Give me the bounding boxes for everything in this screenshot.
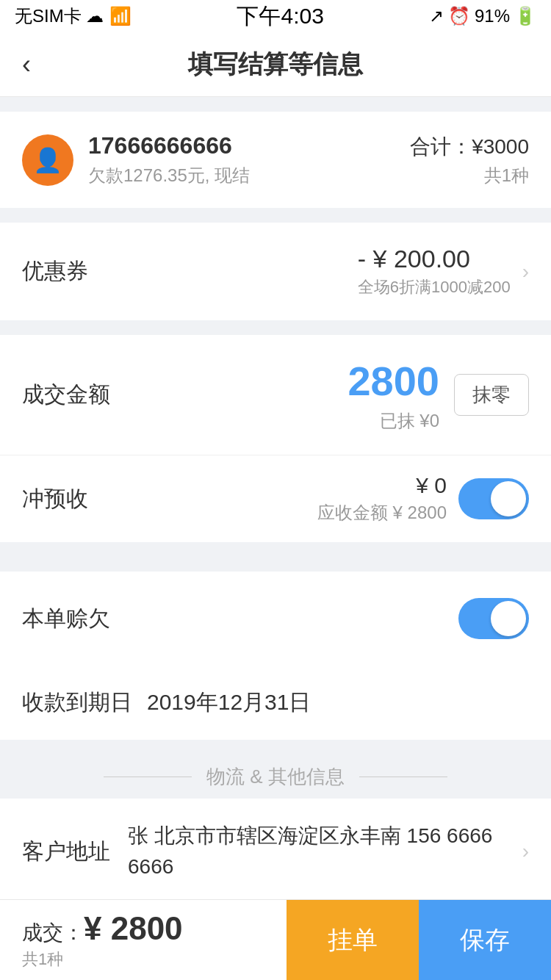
debt-toggle-thumb [491, 601, 526, 636]
deal-amount-label: 成交金额 [22, 380, 110, 410]
avatar: 👤 [22, 134, 73, 186]
divider-1 [0, 320, 551, 335]
save-button[interactable]: 保存 [419, 900, 551, 981]
toggle-thumb [491, 481, 526, 516]
signal-text: 无SIM卡 ☁ [15, 4, 104, 28]
debt-label: 本单赊欠 [22, 604, 110, 634]
location-icon: ↗ [429, 6, 444, 26]
status-left: 无SIM卡 ☁ 📶 [15, 4, 132, 28]
deal-amount-info: 2800 已抹 ¥0 [347, 357, 439, 433]
bottom-deal-label: 成交： [22, 921, 84, 944]
deal-amount-right: 2800 已抹 ¥0 抹零 [347, 357, 529, 433]
bottom-amount: ¥ 2800 [84, 910, 183, 946]
back-button[interactable]: ‹ [22, 49, 31, 80]
bottom-bar: 成交：¥ 2800 共1种 挂单 保存 [0, 899, 551, 980]
prepay-sub: 应收金额 ¥ 2800 [317, 501, 447, 525]
logistics-divider: 物流 & 其他信息 [0, 754, 551, 799]
address-row[interactable]: 客户地址 张 北京市市辖区海淀区永丰南 156 6666 6666 › [0, 799, 551, 904]
battery-icon: 🔋 [514, 6, 536, 26]
total-amount: ¥3000 [472, 135, 529, 158]
prepay-right: ¥ 0 应收金额 ¥ 2800 [317, 473, 529, 525]
customer-left: 👤 17666666666 欠款1276.35元, 现结 [22, 132, 250, 187]
prepay-row: 冲预收 ¥ 0 应收金额 ¥ 2800 [0, 455, 551, 542]
logistics-label: 物流 & 其他信息 [104, 764, 447, 790]
customer-card: 👤 17666666666 欠款1276.35元, 现结 合计：¥3000 共1… [0, 112, 551, 208]
bottom-count: 共1种 [22, 948, 264, 970]
customer-phone: 17666666666 [88, 132, 250, 159]
coupon-info: - ¥ 200.00 全场6折满1000减200 [358, 245, 511, 298]
deal-section: 成交金额 2800 已抹 ¥0 抹零 冲预收 ¥ 0 应收金额 ¥ 2800 [0, 335, 551, 542]
coupon-right: - ¥ 200.00 全场6折满1000减200 › [358, 245, 529, 298]
deal-amount-sub: 已抹 ¥0 [347, 409, 439, 433]
total-label: 合计： [410, 135, 472, 158]
deal-amount-row: 成交金额 2800 已抹 ¥0 抹零 [0, 335, 551, 455]
total-count: 共1种 [410, 164, 529, 187]
address-section: 客户地址 张 北京市市辖区海淀区永丰南 156 6666 6666 › [0, 799, 551, 904]
coupon-row[interactable]: 优惠券 - ¥ 200.00 全场6折满1000减200 › [0, 223, 551, 320]
wifi-icon: 📶 [109, 6, 132, 26]
customer-right: 合计：¥3000 共1种 [410, 133, 529, 187]
prepay-info: ¥ 0 应收金额 ¥ 2800 [317, 473, 447, 525]
prepay-toggle[interactable] [458, 478, 529, 519]
round-button[interactable]: 抹零 [454, 374, 529, 416]
chevron-right-icon: › [522, 260, 529, 284]
customer-sub: 欠款1276.35元, 现结 [88, 164, 250, 187]
deal-amount-value: 2800 [347, 357, 439, 405]
divider-2 [0, 542, 551, 557]
status-right: ↗ ⏰ 91% 🔋 [429, 6, 536, 26]
nav-bar: ‹ 填写结算等信息 [0, 32, 551, 97]
alarm-icon: ⏰ [448, 6, 470, 26]
prepay-amount: ¥ 0 [317, 473, 447, 498]
date-row: 收款到期日 2019年12月31日 [0, 666, 551, 740]
hold-button[interactable]: 挂单 [287, 900, 419, 981]
coupon-desc: 全场6折满1000减200 [358, 276, 511, 298]
coupon-section: 优惠券 - ¥ 200.00 全场6折满1000减200 › [0, 223, 551, 320]
avatar-icon: 👤 [33, 146, 62, 174]
debt-toggle[interactable] [458, 598, 529, 639]
status-bar: 无SIM卡 ☁ 📶 下午4:03 ↗ ⏰ 91% 🔋 [0, 0, 551, 32]
battery-text: 91% [475, 6, 510, 26]
debt-section: 本单赊欠 收款到期日 2019年12月31日 [0, 572, 551, 740]
debt-row: 本单赊欠 [0, 572, 551, 666]
prepay-label: 冲预收 [22, 484, 88, 514]
bottom-deal-line: 成交：¥ 2800 [22, 910, 264, 947]
total-label-amount: 合计：¥3000 [410, 133, 529, 161]
page-title: 填写结算等信息 [188, 48, 363, 82]
address-chevron-icon: › [522, 840, 529, 863]
coupon-label: 优惠券 [22, 256, 88, 287]
coupon-amount: - ¥ 200.00 [358, 245, 511, 273]
customer-info: 17666666666 欠款1276.35元, 现结 [88, 132, 250, 187]
bottom-summary: 成交：¥ 2800 共1种 [0, 910, 287, 970]
status-time: 下午4:03 [237, 1, 323, 32]
address-label: 客户地址 [22, 837, 110, 867]
address-value: 张 北京市市辖区海淀区永丰南 156 6666 6666 [128, 821, 522, 882]
date-label: 收款到期日 [22, 688, 132, 718]
date-value: 2019年12月31日 [147, 688, 311, 718]
